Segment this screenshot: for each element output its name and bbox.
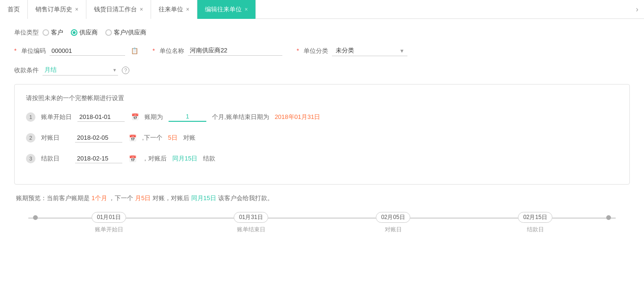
tab-home-label: 首页 — [8, 5, 20, 14]
timeline-start-end-dot-left — [33, 215, 38, 220]
unit-category-label: 单位分类 — [304, 47, 328, 55]
reconcile-pre-label: ,下一个 — [142, 134, 162, 142]
unit-type-row: 单位类型 客户 供应商 客户/供应商 — [14, 28, 630, 37]
preview-suffix: 该客户会给我打款。 — [218, 194, 273, 202]
setting-label-2: 对账日 — [41, 134, 69, 142]
tab-partner-units-label: 往来单位 — [159, 5, 183, 14]
unit-name-label: 单位名称 — [160, 47, 184, 55]
unit-category-select[interactable]: 未分类 ▾ — [332, 45, 407, 56]
radio-supplier-circle — [71, 29, 77, 36]
timeline-point-3: 02月05日 对账日 — [322, 212, 464, 234]
unit-category-value: 未分类 — [336, 46, 354, 55]
payment-terms-field: 收款条件 月结 ▾ ? — [14, 65, 129, 76]
reconcile-date-input[interactable] — [75, 133, 122, 143]
unit-code-star: * — [14, 47, 17, 54]
unit-category-field: * 单位分类 未分类 ▾ — [297, 45, 407, 56]
settings-title: 请按照未来的一个完整帐期进行设置 — [26, 94, 618, 102]
payment-date-input[interactable] — [75, 154, 122, 163]
setting-row-3: 3 结款日 📅 ，对账后 同月15日 结款 — [26, 154, 618, 163]
main-content: 单位类型 客户 供应商 客户/供应商 — [0, 19, 644, 287]
setting-label-3: 结款日 — [41, 154, 69, 163]
copy-icon[interactable]: 📋 — [131, 47, 138, 54]
unit-category-star: * — [297, 47, 299, 54]
payment-terms-label: 收款条件 — [14, 66, 39, 75]
radio-customer-circle — [42, 29, 49, 36]
tab-partner-units[interactable]: 往来单位 × — [151, 0, 197, 19]
period-value-input[interactable] — [169, 112, 206, 122]
tab-edit-partner-close[interactable]: × — [245, 6, 248, 13]
timeline-end-dot-right — [606, 215, 611, 220]
preview-prefix: 账期预览：当前客户账期是 — [16, 194, 90, 202]
timeline: 01月01日 账单开始日 01月31日 账单结束日 02月05日 对账日 02月… — [33, 212, 611, 234]
unit-category-arrow-icon: ▾ — [400, 47, 404, 54]
radio-both[interactable]: 客户/供应商 — [105, 28, 146, 37]
start-date-input[interactable] — [77, 112, 125, 122]
timeline-date-2: 01月31日 — [234, 212, 268, 223]
radio-group-unit-type: 客户 供应商 客户/供应商 — [42, 28, 146, 37]
timeline-caption-1: 账单开始日 — [95, 226, 123, 234]
timeline-left-dot — [33, 215, 38, 220]
radio-both-circle — [105, 29, 112, 36]
end-date-highlight: 2018年01月31日 — [275, 113, 321, 121]
tabs-bar: 首页 销售订单历史 × 钱货日清工作台 × 往来单位 × 编辑往来单位 × › — [0, 0, 644, 19]
radio-customer[interactable]: 客户 — [42, 28, 63, 37]
tab-edit-partner-label: 编辑往来单位 — [205, 5, 242, 14]
setting-num-3: 3 — [26, 154, 35, 163]
tab-cash-desk-label: 钱货日清工作台 — [94, 5, 137, 14]
preview-reconcile: 月5日 — [135, 194, 151, 202]
tab-sales-history[interactable]: 销售订单历史 × — [28, 0, 86, 19]
unit-code-field: * 单位编码 📋 — [14, 46, 138, 56]
tab-sales-history-close[interactable]: × — [75, 6, 78, 13]
payment-terms-select[interactable]: 月结 ▾ — [42, 65, 118, 76]
reconcile-date-calendar-icon[interactable]: 📅 — [129, 135, 136, 142]
unit-type-field: 单位类型 客户 供应商 客户/供应商 — [14, 28, 146, 37]
unit-info-row: * 单位编码 📋 * 单位名称 * 单位分类 未分类 ▾ — [14, 45, 630, 56]
reconcile-post-label: 对账 — [183, 134, 195, 142]
tab-edit-partner[interactable]: 编辑往来单位 × — [197, 0, 256, 19]
payment-pre-label: ，对账后 — [142, 154, 167, 163]
preview-period: 1个月 — [92, 194, 107, 202]
unit-type-label: 单位类型 — [14, 28, 39, 37]
preview-section: 账期预览：当前客户账期是 1个月 ，下一个 月5日 对账，对账后 同月15日 该… — [14, 194, 630, 203]
timeline-date-3: 02月05日 — [376, 212, 410, 223]
preview-payment: 同月15日 — [191, 194, 216, 202]
payment-terms-arrow-icon: ▾ — [113, 67, 116, 73]
timeline-point-4: 02月15日 结款日 — [464, 212, 606, 234]
timeline-container: 01月01日 账单开始日 01月31日 账单结束日 02月05日 对账日 02月… — [14, 212, 630, 234]
radio-supplier[interactable]: 供应商 — [71, 28, 98, 37]
settings-box: 请按照未来的一个完整帐期进行设置 1 账单开始日 📅 账期为 个月,账单结束日期… — [14, 84, 630, 185]
setting-num-2: 2 — [26, 133, 35, 143]
timeline-caption-4: 结款日 — [527, 226, 544, 234]
payment-post-label: 结款 — [203, 154, 215, 163]
preview-mid2: 对账，对账后 — [153, 194, 189, 202]
tab-cash-desk-close[interactable]: × — [140, 6, 143, 13]
unit-code-input[interactable] — [50, 46, 125, 56]
period-pre-label: 账期为 — [144, 113, 163, 121]
setting-num-1: 1 — [26, 112, 35, 122]
setting-row-2: 2 对账日 📅 ,下一个 5日 对账 — [26, 133, 618, 143]
setting-label-1: 账单开始日 — [41, 113, 72, 121]
period-post-label: 个月,账单结束日期为 — [212, 113, 269, 121]
timeline-date-1: 01月01日 — [92, 212, 126, 223]
radio-customer-label: 客户 — [51, 28, 63, 37]
timeline-caption-2: 账单结束日 — [237, 226, 265, 234]
tab-home[interactable]: 首页 — [0, 0, 28, 19]
payment-terms-row: 收款条件 月结 ▾ ? — [14, 65, 630, 76]
timeline-caption-3: 对账日 — [385, 226, 402, 234]
timeline-point-1: 01月01日 账单开始日 — [38, 212, 180, 234]
payment-terms-help-icon[interactable]: ? — [122, 67, 129, 74]
timeline-date-4: 02月15日 — [518, 212, 552, 223]
tab-cash-desk[interactable]: 钱货日清工作台 × — [86, 0, 151, 19]
tab-more-button[interactable]: › — [630, 5, 644, 14]
tab-partner-units-close[interactable]: × — [186, 6, 189, 13]
unit-name-field: * 单位名称 — [153, 46, 282, 56]
timeline-point-2: 01月31日 账单结束日 — [180, 212, 322, 234]
unit-name-input[interactable] — [188, 46, 282, 56]
unit-code-label: 单位编码 — [21, 47, 46, 55]
radio-both-label: 客户/供应商 — [114, 28, 146, 37]
payment-date-calendar-icon[interactable]: 📅 — [129, 155, 136, 162]
radio-supplier-dot — [73, 31, 76, 34]
start-date-calendar-icon[interactable]: 📅 — [131, 113, 139, 120]
timeline-right-dot — [606, 215, 611, 220]
setting-row-1: 1 账单开始日 📅 账期为 个月,账单结束日期为 2018年01月31日 — [26, 112, 618, 122]
